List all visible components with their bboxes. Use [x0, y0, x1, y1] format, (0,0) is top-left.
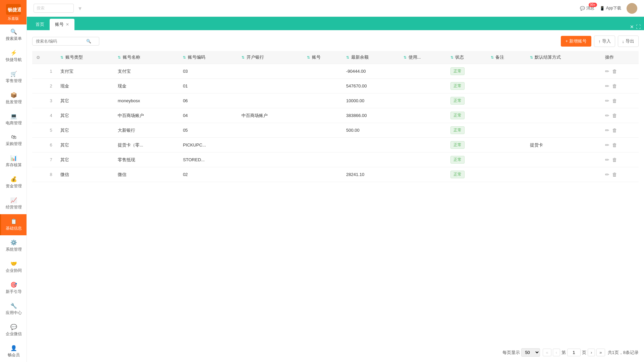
col-status[interactable]: ⇅ 状态 — [448, 51, 488, 64]
sidebar-item-system[interactable]: ⚙️ 系统管理 — [0, 235, 26, 256]
tab-close-all-icon[interactable]: ✕ — [630, 24, 634, 29]
table-row: 1 支付宝 支付宝 03 -90444.00 正常 ✏ 🗑 — [32, 64, 639, 79]
sidebar-item-enterprise-collab[interactable]: 🤝 企业协同 — [0, 256, 26, 278]
sidebar-item-purchase[interactable]: 🛍 采购管理 — [0, 130, 26, 151]
sidebar-item-search[interactable]: 🔍 搜索菜单 — [0, 24, 26, 46]
sort-icon: ⇅ — [346, 55, 349, 59]
page-input[interactable] — [567, 349, 581, 356]
col-default-payment[interactable]: ⇅ 默认结算方式 — [527, 51, 603, 64]
delete-icon[interactable]: 🗑 — [612, 172, 617, 178]
row-remark — [488, 123, 527, 138]
col-balance[interactable]: ⇅ 最新余额 — [343, 51, 401, 64]
delete-icon[interactable]: 🗑 — [612, 142, 617, 148]
add-account-button[interactable]: + 新增账号 — [561, 36, 591, 47]
table-row: 8 微信 微信 02 28241.10 正常 ✏ 🗑 — [32, 167, 639, 182]
edit-icon[interactable]: ✏ — [605, 142, 609, 148]
purchase-icon: 🛍 — [11, 134, 16, 140]
tab-home[interactable]: 首页 — [30, 19, 50, 30]
edit-icon[interactable]: ✏ — [605, 98, 609, 104]
sidebar-item-app-center[interactable]: 🔧 应用中心 — [0, 299, 26, 320]
edit-icon[interactable]: ✏ — [605, 172, 609, 178]
sort-icon: ⇅ — [183, 55, 186, 59]
col-action: 操作 — [602, 51, 639, 64]
sidebar-item-finance[interactable]: 💰 资金管理 — [0, 172, 26, 193]
row-status: 正常 — [448, 123, 488, 138]
per-page-select[interactable]: 50 20 100 — [521, 348, 540, 357]
sidebar-item-label: 基础信息 — [6, 226, 22, 231]
row-index: 6 — [44, 138, 58, 153]
col-type-label: 账号类型 — [65, 55, 83, 60]
col-name[interactable]: ⇅ 账号名称 — [115, 51, 180, 64]
tab-close-icon[interactable]: ✕ — [66, 22, 69, 27]
sidebar-item-wholesale[interactable]: 📦 批发管理 — [0, 88, 26, 109]
tab-account[interactable]: 账号 ✕ — [50, 19, 74, 30]
sidebar-item-quicknav[interactable]: ⚡ 快捷导航 — [0, 46, 26, 67]
row-name: 现金 — [115, 79, 180, 94]
logo-image: 畅捷通 — [5, 3, 21, 15]
row-balance: 500.00 — [343, 123, 401, 138]
delete-icon[interactable]: 🗑 — [612, 157, 617, 163]
row-action: ✏ 🗑 — [602, 153, 639, 167]
edit-icon[interactable]: ✏ — [605, 83, 609, 89]
prev-page-button[interactable]: ‹ — [553, 349, 560, 356]
download-button[interactable]: 📱 App下载 — [600, 5, 621, 11]
edit-icon[interactable]: ✏ — [605, 127, 609, 133]
edit-icon[interactable]: ✏ — [605, 68, 609, 74]
dropdown-icon[interactable]: ▾ — [78, 5, 82, 12]
row-code: 04 — [180, 108, 239, 123]
sidebar-item-inventory[interactable]: 📊 库存核算 — [0, 151, 26, 172]
last-page-button[interactable]: » — [596, 349, 605, 356]
delete-icon[interactable]: 🗑 — [612, 83, 617, 89]
sidebar-item-basic-info[interactable]: 📋 基础信息 — [0, 214, 26, 235]
pagination-nav: « ‹ 第 页 › » — [543, 349, 605, 356]
row-balance — [343, 138, 401, 153]
toolbar-left: 🔍 — [32, 37, 99, 46]
sidebar-item-ecommerce[interactable]: 💻 电商管理 — [0, 109, 26, 130]
delete-icon[interactable]: 🗑 — [612, 68, 617, 74]
user-avatar[interactable] — [627, 3, 637, 14]
edit-icon[interactable]: ✏ — [605, 113, 609, 119]
delete-icon[interactable]: 🗑 — [612, 127, 617, 133]
next-page-button[interactable]: › — [588, 349, 595, 356]
sidebar-item-label: 零售管理 — [6, 78, 22, 84]
col-type[interactable]: ⇅ 账号类型 — [58, 51, 115, 64]
first-page-button[interactable]: « — [543, 349, 551, 356]
sidebar-item-retail[interactable]: 🛒 零售管理 — [0, 67, 26, 88]
quicknav-icon: ⚡ — [10, 50, 17, 56]
row-default-payment — [527, 64, 603, 79]
col-account[interactable]: ⇅ 账号 — [304, 51, 343, 64]
settings-icon[interactable]: ⚙ — [36, 55, 40, 60]
sidebar-item-guide[interactable]: 🎯 新手引导 — [0, 278, 26, 299]
export-button[interactable]: ↓ 导出 — [618, 36, 639, 47]
row-usage — [401, 79, 448, 94]
col-remark[interactable]: ⇅ 备注 — [488, 51, 527, 64]
sidebar-item-enterprise-wechat[interactable]: 💬 企业微信 — [0, 320, 26, 341]
row-remark — [488, 138, 527, 153]
row-action: ✏ 🗑 — [602, 123, 639, 138]
row-name: 微信 — [115, 167, 180, 182]
row-action: ✏ 🗑 — [602, 64, 639, 79]
delete-icon[interactable]: 🗑 — [612, 98, 617, 104]
table-row: 7 其它 零售抵现 STORED... 正常 ✏ 🗑 — [32, 153, 639, 167]
col-code[interactable]: ⇅ 账号编码 — [180, 51, 239, 64]
edit-icon[interactable]: ✏ — [605, 157, 609, 163]
col-usage-label: 使用... — [409, 55, 421, 60]
row-balance: 10000.00 — [343, 94, 401, 108]
col-index — [44, 51, 58, 64]
row-name: 大新银行 — [115, 123, 180, 138]
col-usage[interactable]: ⇅ 使用... — [401, 51, 448, 64]
page-prefix: 第 — [561, 350, 566, 356]
sidebar-item-operations[interactable]: 📈 经营管理 — [0, 193, 26, 214]
sidebar-item-member[interactable]: 👤 畅会员 — [0, 341, 26, 362]
import-button[interactable]: ↑ 导入 — [594, 36, 615, 47]
action-icons: ✏ 🗑 — [605, 68, 636, 74]
col-bank[interactable]: ⇅ 开户银行 — [239, 51, 304, 64]
search-input[interactable] — [36, 39, 86, 44]
delete-icon[interactable]: 🗑 — [612, 113, 617, 119]
search-box[interactable]: 🔍 — [32, 37, 99, 46]
row-gear-cell — [32, 123, 44, 138]
tab-fullscreen-icon[interactable]: ⛶ — [636, 24, 641, 29]
page-content: 🔍 + 新增账号 ↑ 导入 ↓ 导出 — [27, 30, 644, 362]
operations-icon: 📈 — [10, 197, 17, 203]
message-button[interactable]: 💬 消息 99+ — [580, 5, 594, 11]
